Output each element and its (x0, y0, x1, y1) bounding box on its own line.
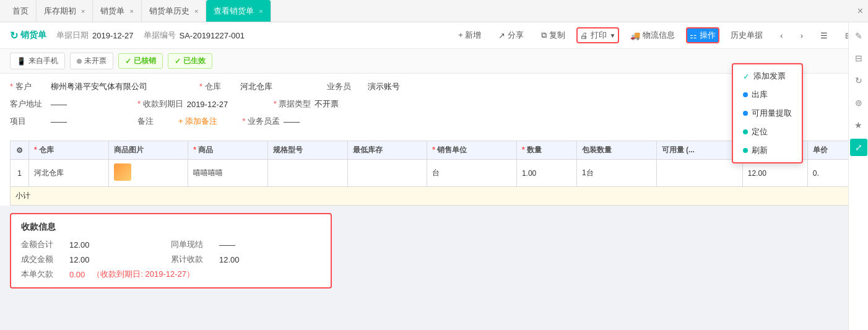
locate-dot-icon (743, 129, 748, 134)
sidebar-edit-icon[interactable]: ✎ (850, 27, 867, 45)
dropdown-available-qty[interactable]: 可用量提取 (733, 104, 802, 123)
total-row: 金额合计 12.00 (21, 239, 171, 250)
operation-button[interactable]: ⚏ 操作 (686, 27, 719, 43)
sidebar-refresh-icon[interactable]: ↻ (850, 72, 867, 89)
deal-amount-value: 12.00 (69, 255, 90, 264)
share-label: 分享 (508, 30, 524, 41)
logistics-button[interactable]: 🚚 物流信息 (624, 27, 681, 43)
doc-date-label: 单据日期 (56, 30, 89, 41)
table-header-row: ⚙ 仓库 商品图片 商品 规格型号 最低库存 销售单位 数量 包装数量 可用量 … (11, 141, 858, 160)
due-note: （收款到期日: 2019-12-27） (92, 269, 194, 280)
tab-view-sales[interactable]: 查看销货单 × (206, 0, 271, 22)
th-product: 商品 (188, 141, 268, 160)
tab-inventory-init[interactable]: 库存期初 × (37, 0, 93, 22)
tab-bar: 首页 库存期初 × 销货单 × 销货单历史 × 查看销货单 × × (0, 0, 868, 22)
add-remark-button[interactable]: + 添加备注 (178, 116, 217, 127)
tab-close-sales[interactable]: × (129, 7, 133, 15)
sidebar-expand-icon[interactable]: ⤢ (850, 139, 867, 156)
table-row: 1 河北仓库 嘻嘻嘻嘻 台 1.00 1台 12.00 0. (11, 160, 858, 187)
outbound-label: 出库 (752, 89, 768, 100)
refresh-label: 刷新 (752, 145, 768, 156)
print-icon: 🖨 (580, 31, 588, 40)
not-opened-dot (77, 59, 82, 64)
same-order-value: —— (219, 240, 235, 250)
row-product: 嘻嘻嘻嘻 (188, 160, 268, 187)
row-current-stock: 12.00 (742, 160, 807, 187)
salesperson2-label: 业务员孟 (242, 116, 280, 127)
sidebar-user-icon[interactable]: ⊚ (850, 94, 867, 111)
history-label: 历史单据 (731, 30, 763, 41)
due-amount-row: 本单欠款 0.00 （收款到期日: 2019-12-27） (21, 269, 321, 280)
ticket-type-value: 不开票 (315, 98, 376, 110)
row-product-img (108, 160, 188, 187)
doc-date-value: 2019-12-27 (92, 31, 134, 40)
remark-label: 备注 (137, 116, 175, 127)
subtotal-row: 小计 (11, 187, 858, 206)
dropdown-refresh[interactable]: 刷新 (733, 141, 802, 160)
table-wrapper[interactable]: ⚙ 仓库 商品图片 商品 规格型号 最低库存 销售单位 数量 包装数量 可用量 … (10, 141, 858, 206)
th-settings[interactable]: ⚙ (11, 141, 29, 160)
form-row-1: 客户 柳州粤港平安气体有限公司 仓库 河北仓库 业务员 演示账号 (10, 81, 858, 92)
doc-type-icon-area: ↻ 销货单 (10, 30, 46, 41)
share-icon: ↗ (498, 31, 505, 40)
new-button[interactable]: + 新增 (452, 27, 487, 43)
remark-field: 备注 + 添加备注 (137, 116, 217, 127)
th-spec: 规格型号 (268, 141, 348, 160)
print-button[interactable]: 🖨 打印 ▼ (576, 27, 619, 43)
not-opened-button[interactable]: 未开票 (70, 53, 113, 69)
doc-no-label: 单据编号 (144, 30, 176, 41)
doc-no-value: SA-20191227-001 (180, 31, 245, 40)
confirm-badge: ✓ 已核销 (118, 53, 163, 69)
total-value: 12.00 (69, 240, 90, 250)
from-phone-button[interactable]: 📱 来自手机 (10, 53, 65, 69)
row-pack-qty: 1台 (576, 160, 656, 187)
history-button[interactable]: 历史单据 (724, 27, 769, 43)
salesperson-field: 业务员 演示账号 (327, 81, 430, 92)
operation-icon: ⚏ (690, 31, 697, 40)
items-table: ⚙ 仓库 商品图片 商品 规格型号 最低库存 销售单位 数量 包装数量 可用量 … (10, 141, 858, 206)
share-button[interactable]: ↗ 分享 (492, 27, 530, 43)
tab-sales-order[interactable]: 销货单 × (93, 0, 141, 22)
salesperson2-value: —— (284, 117, 345, 126)
copy-button[interactable]: ⧉ 复制 (535, 27, 571, 43)
locate-label: 定位 (752, 126, 768, 137)
doc-header: ↻ 销货单 单据日期 2019-12-27 单据编号 SA-20191227-0… (0, 22, 868, 49)
cumulative-value: 12.00 (219, 255, 240, 264)
subtotal-label: 小计 (11, 187, 858, 206)
logistics-icon: 🚚 (630, 31, 640, 40)
customer-value: 柳州粤港平安气体有限公司 (51, 81, 175, 92)
th-available: 可用量 (... (656, 141, 742, 160)
dropdown-add-invoice[interactable]: ✓ 添加发票 (733, 67, 802, 85)
next-page-button[interactable]: › (794, 28, 809, 43)
row-sales-unit: 台 (427, 160, 517, 187)
tab-close-inventory[interactable]: × (81, 7, 85, 15)
prev-page-button[interactable]: ‹ (774, 28, 789, 43)
deal-amount-label: 成交金额 (21, 254, 64, 265)
view-toggle-list[interactable]: ☰ (814, 28, 834, 43)
doc-date-field: 单据日期 2019-12-27 (56, 30, 134, 41)
warehouse-value: 河北仓库 (240, 81, 302, 92)
tab-home[interactable]: 首页 (5, 0, 37, 22)
row-quantity: 1.00 (516, 160, 576, 187)
tab-close-history[interactable]: × (194, 7, 198, 15)
th-quantity: 数量 (516, 141, 576, 160)
payment-date-value: 2019-12-27 (187, 100, 249, 109)
tab-close-view[interactable]: × (259, 7, 263, 15)
th-pack-qty: 包装数量 (576, 141, 656, 160)
form-row-2: 客户地址 —— 收款到期日 2019-12-27 票据类型 不开票 (10, 98, 858, 110)
warehouse-label: 仓库 (199, 81, 237, 92)
dropdown-locate[interactable]: 定位 (733, 123, 802, 141)
tab-sales-history[interactable]: 销货单历史 × (142, 0, 206, 22)
dropdown-outbound[interactable]: 出库 (733, 85, 802, 104)
from-phone-label: 来自手机 (28, 56, 58, 66)
sidebar-star-icon[interactable]: ★ (850, 116, 867, 134)
same-order-row: 同单现结 —— (171, 239, 321, 250)
due-amount-label: 本单欠款 (21, 269, 64, 280)
sidebar-link-icon[interactable]: ⊟ (850, 50, 867, 67)
copy-icon: ⧉ (541, 30, 547, 40)
th-sales-unit: 销售单位 (427, 141, 517, 160)
logistics-label: 物流信息 (643, 30, 675, 41)
th-min-stock: 最低库存 (347, 141, 427, 160)
outbound-dot-icon (743, 92, 748, 97)
window-close-button[interactable]: × (857, 6, 863, 17)
